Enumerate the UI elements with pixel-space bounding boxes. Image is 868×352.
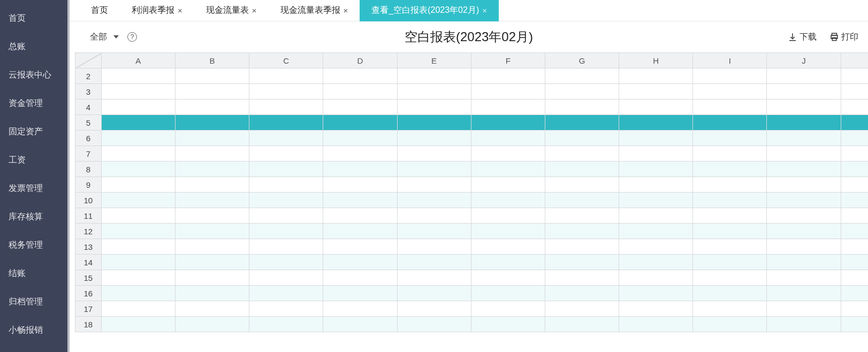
cell[interactable] <box>767 317 841 332</box>
cell[interactable] <box>619 177 693 193</box>
cell[interactable] <box>249 286 323 301</box>
cell[interactable] <box>249 146 323 162</box>
cell[interactable] <box>101 100 175 115</box>
row-header[interactable]: 12 <box>75 224 102 239</box>
cell[interactable] <box>175 131 249 146</box>
row-header[interactable]: 7 <box>75 146 102 162</box>
sidebar-item-salary[interactable]: 工资 <box>0 146 67 174</box>
cell[interactable] <box>175 255 249 270</box>
filter-dropdown[interactable]: 全部 ? <box>90 32 137 43</box>
cell[interactable] <box>545 84 619 100</box>
cell[interactable] <box>175 270 249 286</box>
close-icon[interactable]: × <box>482 6 487 15</box>
cell[interactable] <box>841 239 868 255</box>
cell[interactable] <box>249 162 323 177</box>
cell[interactable] <box>249 131 323 146</box>
cell[interactable] <box>175 208 249 224</box>
cell[interactable] <box>101 208 175 224</box>
cell[interactable] <box>693 193 767 208</box>
cell[interactable] <box>249 208 323 224</box>
cell[interactable] <box>767 301 841 317</box>
cell[interactable] <box>841 193 868 208</box>
tab-cashflow[interactable]: 现金流量表 × <box>194 0 269 21</box>
sidebar-item-tax[interactable]: 税务管理 <box>0 231 67 259</box>
cell[interactable] <box>323 301 397 317</box>
cell[interactable] <box>101 255 175 270</box>
cell[interactable] <box>471 301 545 317</box>
cell[interactable] <box>693 301 767 317</box>
download-button[interactable]: 下载 <box>788 32 817 43</box>
cell[interactable] <box>471 193 545 208</box>
cell[interactable] <box>397 84 471 100</box>
cell[interactable] <box>693 84 767 100</box>
cell[interactable] <box>693 68 767 84</box>
cell[interactable] <box>397 301 471 317</box>
row-header[interactable]: 6 <box>75 131 102 146</box>
column-header[interactable]: K <box>841 53 868 68</box>
cell[interactable] <box>397 68 471 84</box>
cell[interactable] <box>323 84 397 100</box>
cell[interactable] <box>323 115 397 131</box>
cell[interactable] <box>841 255 868 270</box>
cell[interactable] <box>249 100 323 115</box>
row-header[interactable]: 9 <box>75 177 102 193</box>
cell[interactable] <box>175 317 249 332</box>
cell[interactable] <box>693 317 767 332</box>
row-header[interactable]: 4 <box>75 100 102 115</box>
column-header[interactable]: F <box>471 53 545 68</box>
column-header[interactable]: J <box>767 53 841 68</box>
cell[interactable] <box>619 301 693 317</box>
cell[interactable] <box>397 208 471 224</box>
cell[interactable] <box>767 177 841 193</box>
cell[interactable] <box>841 224 868 239</box>
cell[interactable] <box>471 286 545 301</box>
cell[interactable] <box>471 115 545 131</box>
cell[interactable] <box>767 270 841 286</box>
cell[interactable] <box>101 239 175 255</box>
cell[interactable] <box>175 68 249 84</box>
cell[interactable] <box>619 84 693 100</box>
cell[interactable] <box>619 208 693 224</box>
cell[interactable] <box>471 131 545 146</box>
cell[interactable] <box>397 239 471 255</box>
cell[interactable] <box>249 301 323 317</box>
cell[interactable] <box>471 84 545 100</box>
column-header[interactable]: C <box>249 53 323 68</box>
cell[interactable] <box>249 317 323 332</box>
cell[interactable] <box>619 193 693 208</box>
cell[interactable] <box>693 100 767 115</box>
sidebar-item-expense[interactable]: 小畅报销 <box>0 316 67 345</box>
cell[interactable] <box>619 68 693 84</box>
cell[interactable] <box>323 193 397 208</box>
cell[interactable] <box>693 239 767 255</box>
cell[interactable] <box>841 270 868 286</box>
close-icon[interactable]: × <box>178 6 182 15</box>
cell[interactable] <box>841 100 868 115</box>
cell[interactable] <box>323 286 397 301</box>
cell[interactable] <box>841 115 868 131</box>
cell[interactable] <box>175 301 249 317</box>
cell[interactable] <box>545 115 619 131</box>
cell[interactable] <box>841 131 868 146</box>
cell[interactable] <box>175 177 249 193</box>
sheet-corner[interactable] <box>75 53 102 68</box>
cell[interactable] <box>545 68 619 84</box>
cell[interactable] <box>471 100 545 115</box>
cell[interactable] <box>323 146 397 162</box>
cell[interactable] <box>323 68 397 84</box>
cell[interactable] <box>767 162 841 177</box>
cell[interactable] <box>619 270 693 286</box>
cell[interactable] <box>397 115 471 131</box>
cell[interactable] <box>323 100 397 115</box>
sidebar-item-home[interactable]: 首页 <box>0 4 67 33</box>
close-icon[interactable]: × <box>252 6 257 15</box>
cell[interactable] <box>545 193 619 208</box>
column-header[interactable]: G <box>545 53 619 68</box>
cell[interactable] <box>767 146 841 162</box>
cell[interactable] <box>101 286 175 301</box>
cell[interactable] <box>841 286 868 301</box>
cell[interactable] <box>471 239 545 255</box>
cell[interactable] <box>693 115 767 131</box>
cell[interactable] <box>767 193 841 208</box>
cell[interactable] <box>767 286 841 301</box>
